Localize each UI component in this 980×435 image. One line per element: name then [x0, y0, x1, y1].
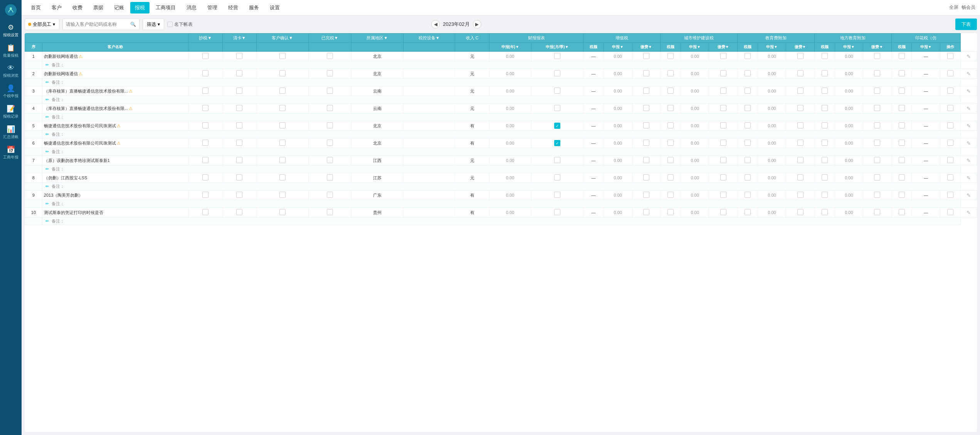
difang-jf-cell[interactable]: [891, 191, 912, 200]
jiaoyu-jf-cell[interactable]: [814, 173, 835, 183]
row-checkbox[interactable]: [797, 140, 803, 146]
row-checkbox[interactable]: [327, 122, 333, 128]
yinhua-sb-cell[interactable]: [940, 69, 960, 79]
difang-jf-cell[interactable]: [891, 173, 912, 183]
difang-jf-cell[interactable]: [891, 52, 912, 61]
row-checkbox[interactable]: [327, 105, 333, 111]
row-checkbox[interactable]: [874, 53, 880, 59]
row-checkbox[interactable]: [947, 209, 953, 215]
jiaoyu-sb-cell[interactable]: [786, 69, 815, 79]
jiaoyu-jf-cell[interactable]: [814, 86, 835, 96]
jiaoyu-sb-cell[interactable]: [786, 52, 815, 61]
chaoshui-cell[interactable]: [188, 69, 222, 79]
row-checkbox[interactable]: [279, 122, 286, 128]
pencil-icon[interactable]: ✏: [45, 132, 49, 137]
row-checkbox[interactable]: [667, 105, 674, 111]
chengshi-jf-cell[interactable]: [737, 86, 758, 96]
fullscreen-button[interactable]: 全屏: [949, 4, 958, 11]
row-checkbox[interactable]: [643, 192, 649, 198]
row-checkbox[interactable]: [822, 122, 828, 128]
jiaoyu-jf-cell[interactable]: [814, 156, 835, 165]
kehu-queren-cell[interactable]: [256, 156, 308, 165]
row-checkbox[interactable]: [327, 157, 333, 163]
zengjia-jf-cell[interactable]: [661, 156, 681, 165]
ops-cell[interactable]: ✎: [960, 208, 977, 218]
row-checkbox[interactable]: [236, 140, 242, 146]
chengshi-jf-cell[interactable]: [737, 173, 758, 183]
sidebar-item-geshui[interactable]: 👤 个税申报: [0, 81, 22, 101]
qingka-cell[interactable]: [222, 191, 256, 200]
row-checkbox[interactable]: [720, 157, 726, 163]
row-checkbox[interactable]: [554, 174, 560, 180]
difang-sb-cell[interactable]: [863, 191, 892, 200]
row-checkbox[interactable]: [279, 174, 286, 180]
difang-sb-cell[interactable]: [863, 138, 892, 148]
jiaoyu-sb-cell[interactable]: [786, 208, 815, 218]
row-checkbox[interactable]: [745, 140, 751, 146]
row-checkbox[interactable]: [554, 70, 560, 76]
row-checkbox[interactable]: [720, 174, 726, 180]
chengshi-sb-cell[interactable]: [709, 173, 738, 183]
ops-cell[interactable]: ✎: [960, 121, 977, 131]
pencil-icon[interactable]: ✏: [45, 149, 49, 154]
nav-piaoju[interactable]: 票据: [89, 2, 108, 13]
qingka-cell[interactable]: [222, 173, 256, 183]
chengshi-sb-cell[interactable]: [709, 208, 738, 218]
kehu-queren-cell[interactable]: [256, 69, 308, 79]
edit-icon[interactable]: ✎: [967, 123, 971, 129]
warning-icon[interactable]: ⚠: [117, 141, 121, 145]
row-checkbox[interactable]: [643, 122, 649, 128]
difang-sb-cell[interactable]: [863, 208, 892, 218]
row-checkbox[interactable]: [667, 174, 674, 180]
nav-shouye[interactable]: 首页: [26, 2, 45, 13]
qingka-cell[interactable]: [222, 69, 256, 79]
yi-wanshui-cell[interactable]: [308, 52, 351, 61]
qingka-cell[interactable]: [222, 208, 256, 218]
kehu-queren-cell[interactable]: [256, 86, 308, 96]
difang-jf-cell[interactable]: [891, 86, 912, 96]
row-checkbox[interactable]: [797, 192, 803, 198]
ops-cell[interactable]: ✎: [960, 86, 977, 96]
nav-xiaoxi[interactable]: 消息: [182, 2, 201, 13]
yi-wanshui-cell[interactable]: [308, 104, 351, 113]
row-checkbox[interactable]: [202, 192, 208, 198]
chaoshui-cell[interactable]: [188, 86, 222, 96]
warning-icon[interactable]: ⚠: [129, 89, 133, 93]
row-checkbox[interactable]: [822, 105, 828, 111]
zengjia-jf-cell[interactable]: [661, 173, 681, 183]
row-checkbox[interactable]: [745, 88, 751, 94]
jiaoyu-jf-cell[interactable]: [814, 69, 835, 79]
nav-gongshang[interactable]: 工商项目: [151, 2, 180, 13]
ops-cell[interactable]: ✎: [960, 156, 977, 165]
row-checkbox[interactable]: [667, 140, 674, 146]
zengjia-sb-cell[interactable]: [632, 173, 661, 183]
caibao-year-cell[interactable]: [531, 191, 583, 200]
jiaoyu-jf-cell[interactable]: [814, 52, 835, 61]
zengjia-sb-cell[interactable]: [632, 52, 661, 61]
row-checkbox[interactable]: [554, 209, 560, 215]
yi-wanshui-cell[interactable]: [308, 191, 351, 200]
chengshi-jf-cell[interactable]: [737, 191, 758, 200]
sidebar-item-baoshui-shezhi[interactable]: ⚙ 报税设置: [0, 20, 22, 40]
row-checkbox[interactable]: [327, 88, 333, 94]
row-checkbox[interactable]: [899, 140, 905, 146]
row-checkbox[interactable]: [279, 53, 286, 59]
difang-sb-cell[interactable]: [863, 156, 892, 165]
next-month-button[interactable]: ▶: [473, 20, 481, 29]
row-checkbox[interactable]: [667, 192, 674, 198]
row-checkbox[interactable]: [720, 192, 726, 198]
row-checkbox[interactable]: [236, 53, 242, 59]
nav-kehu[interactable]: 客户: [47, 2, 66, 13]
nav-shoufei[interactable]: 收费: [68, 2, 87, 13]
edit-icon[interactable]: ✎: [967, 158, 971, 164]
row-checkbox[interactable]: [202, 88, 208, 94]
row-checkbox[interactable]: [745, 53, 751, 59]
edit-icon[interactable]: ✎: [967, 175, 971, 181]
row-checkbox[interactable]: [643, 105, 649, 111]
yi-wanshui-cell[interactable]: [308, 156, 351, 165]
row-checkbox[interactable]: [947, 88, 953, 94]
difang-sb-cell[interactable]: [863, 121, 892, 131]
kehu-queren-cell[interactable]: [256, 138, 308, 148]
chengshi-sb-cell[interactable]: [709, 52, 738, 61]
row-checkbox[interactable]: [667, 88, 674, 94]
